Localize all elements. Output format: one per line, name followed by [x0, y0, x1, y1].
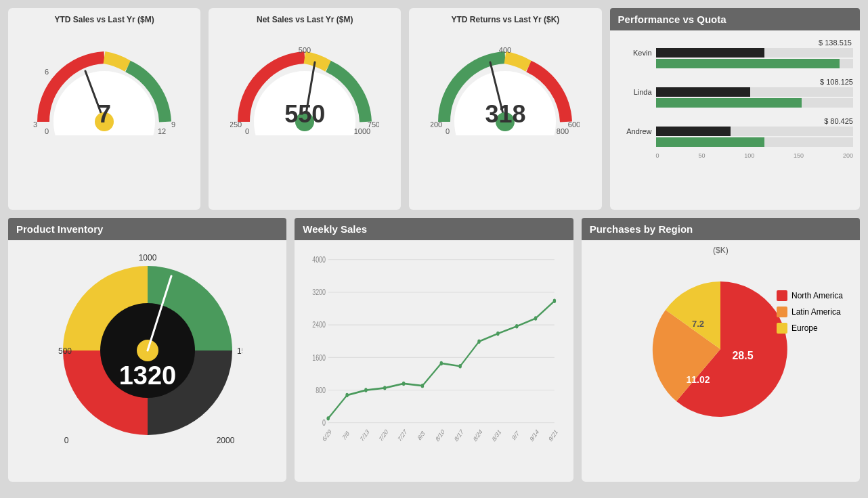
- svg-text:7/27: 7/27: [397, 428, 408, 443]
- svg-point-50: [421, 384, 424, 388]
- inventory-title: Product Inventory: [8, 218, 286, 240]
- svg-text:4000: 4000: [313, 254, 326, 264]
- kevin-value: $ 138.515: [819, 39, 852, 47]
- ytd-returns-value: 318: [431, 100, 580, 129]
- andrew-value: $ 80.425: [824, 117, 853, 125]
- legend-europe: Europe: [777, 323, 843, 334]
- svg-text:500: 500: [299, 46, 311, 54]
- svg-text:6/29: 6/29: [322, 428, 332, 443]
- svg-text:8/17: 8/17: [454, 428, 464, 443]
- svg-text:8/31: 8/31: [492, 428, 502, 443]
- svg-text:8/24: 8/24: [473, 428, 483, 443]
- weekly-sales-title: Weekly Sales: [295, 218, 573, 240]
- svg-text:9/7: 9/7: [511, 429, 520, 442]
- linda-label: Linda: [617, 88, 652, 96]
- purchases-legend: North America Latin America Europe: [777, 285, 843, 339]
- svg-text:7/6: 7/6: [342, 429, 351, 442]
- inventory-card: Product Inventory 1320: [8, 218, 286, 482]
- svg-text:28.5: 28.5: [733, 350, 754, 361]
- svg-text:6: 6: [45, 68, 49, 76]
- svg-text:9/21: 9/21: [548, 428, 559, 443]
- andrew-label: Andrew: [617, 127, 652, 135]
- svg-text:1500: 1500: [237, 346, 242, 356]
- svg-text:3200: 3200: [313, 288, 326, 297]
- svg-point-55: [515, 324, 518, 328]
- svg-text:1600: 1600: [313, 353, 326, 362]
- svg-text:7/20: 7/20: [378, 428, 389, 443]
- svg-point-56: [534, 316, 537, 320]
- svg-point-48: [383, 386, 386, 390]
- svg-text:7/13: 7/13: [360, 428, 370, 443]
- linda-value: $ 108.125: [820, 78, 853, 86]
- performance-card: Performance vs Quota $ 138.515 Kevin: [610, 8, 860, 210]
- purchases-card: Purchases by Region ($K) 28.5 11.02: [582, 218, 860, 482]
- svg-text:0: 0: [322, 417, 326, 427]
- europe-label: Europe: [791, 323, 818, 333]
- purchases-title: Purchases by Region: [582, 218, 860, 240]
- svg-point-52: [459, 364, 462, 368]
- kevin-label: Kevin: [617, 49, 652, 57]
- legend-north-america: North America: [777, 290, 843, 301]
- svg-point-53: [478, 340, 481, 344]
- legend-latin-america: Latin America: [777, 307, 843, 317]
- svg-point-46: [346, 393, 349, 397]
- svg-point-45: [327, 416, 330, 420]
- svg-text:8/3: 8/3: [417, 429, 426, 442]
- svg-text:7.2: 7.2: [692, 319, 704, 329]
- ytd-sales-card: YTD Sales vs Last Yr ($M) 3 6 9 0 12: [8, 8, 200, 210]
- svg-text:9/14: 9/14: [529, 428, 540, 443]
- net-sales-gauge: 250 500 750 0 1000 550: [230, 27, 379, 135]
- ytd-returns-card: YTD Returns vs Last Yr ($K) 200 400 600 …: [409, 8, 601, 210]
- ytd-returns-title: YTD Returns vs Last Yr ($K): [452, 15, 560, 24]
- north-america-label: North America: [791, 291, 843, 300]
- svg-point-49: [402, 382, 405, 386]
- svg-point-47: [365, 388, 368, 392]
- performance-title: Performance vs Quota: [610, 8, 860, 30]
- svg-text:400: 400: [499, 46, 511, 54]
- svg-text:1000: 1000: [138, 253, 156, 263]
- ytd-sales-gauge: 3 6 9 0 12 7: [30, 27, 179, 135]
- net-sales-title: Net Sales vs Last Yr ($M): [257, 15, 353, 24]
- purchases-unit: ($K): [588, 246, 853, 255]
- svg-text:0: 0: [64, 436, 68, 445]
- svg-text:2400: 2400: [313, 320, 326, 330]
- perf-row-kevin: $ 138.515 Kevin: [617, 39, 853, 68]
- perf-row-linda: $ 108.125 Linda: [617, 78, 853, 108]
- svg-text:8/10: 8/10: [435, 428, 446, 443]
- svg-text:2000: 2000: [216, 436, 234, 445]
- svg-point-51: [440, 361, 443, 365]
- svg-text:800: 800: [316, 385, 326, 394]
- svg-point-54: [496, 332, 499, 336]
- ytd-returns-gauge: 200 400 600 0 800 318: [431, 27, 580, 135]
- perf-row-andrew: $ 80.425 Andrew: [617, 117, 853, 147]
- svg-text:1320: 1320: [118, 361, 176, 390]
- ytd-sales-value: 7: [30, 100, 179, 129]
- weekly-sales-card: Weekly Sales 4000 3200 2400 1600 800 0: [295, 218, 573, 482]
- net-sales-value: 550: [230, 100, 379, 129]
- net-sales-card: Net Sales vs Last Yr ($M) 250 500 750 0 …: [209, 8, 401, 210]
- latin-america-label: Latin America: [791, 307, 841, 317]
- svg-text:11.02: 11.02: [687, 374, 710, 385]
- svg-point-57: [553, 299, 556, 303]
- ytd-sales-title: YTD Sales vs Last Yr ($M): [55, 15, 154, 24]
- svg-text:500: 500: [58, 346, 72, 356]
